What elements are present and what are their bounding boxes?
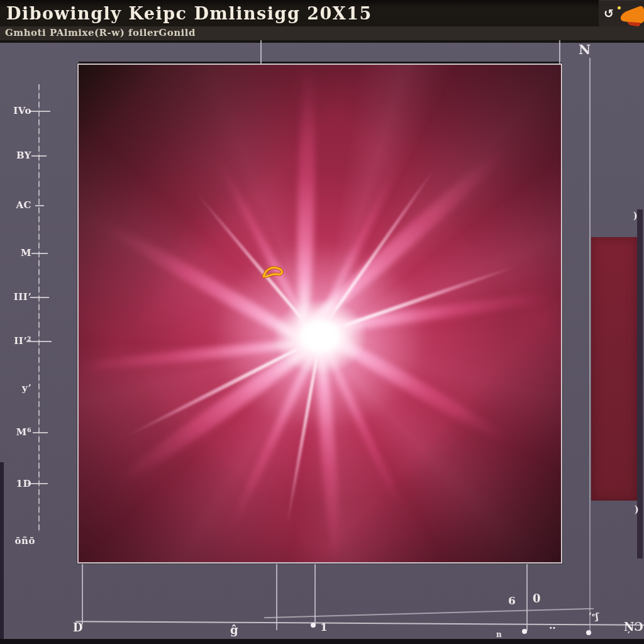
subtitle-bar: Gmhoti PAlmixe(R-w) foilerGonild — [0, 26, 644, 43]
y-tick-mark — [31, 155, 47, 157]
y-tick-label: M⁶ — [6, 426, 31, 438]
axis-dot — [586, 630, 591, 635]
x-tick-label: ‥ — [549, 619, 556, 631]
window-subtitle: Gmhoti PAlmixe(R-w) foilerGonild — [5, 27, 196, 38]
y-tick-label: BY — [6, 150, 31, 161]
app-window: Dibowingly Keipc Dmlinsigg 20X15 ↺ Gmhot… — [0, 0, 644, 644]
axis-dot — [522, 629, 527, 634]
n-axis-label: N — [579, 42, 591, 57]
x-tick-label: ŅƆ — [624, 620, 643, 633]
x-axis-secondary-line — [264, 608, 594, 619]
n-axis-line — [589, 58, 591, 634]
x-tick-label: ʻᵉʃ — [589, 611, 599, 621]
starburst-image-canvas[interactable] — [77, 64, 562, 564]
title-bar: Dibowingly Keipc Dmlinsigg 20X15 — [0, 0, 644, 26]
grid-line — [314, 564, 316, 625]
y-tick-mark — [35, 205, 44, 206]
x-tick-label: D — [73, 621, 83, 634]
refresh-icon[interactable]: ↺ — [604, 6, 614, 20]
y-tick-label: yʼ — [6, 382, 31, 394]
yellow-squiggle-annotation — [261, 263, 292, 287]
grid-line — [526, 564, 528, 631]
y-axis-line — [38, 84, 40, 532]
x-tick-label: 1 — [320, 621, 328, 633]
y-tick-label: 1D — [6, 478, 31, 489]
y-tick-label: IVo — [6, 105, 31, 116]
x-tick-label: n — [496, 630, 502, 639]
y-tick-label: IIIʼ — [6, 291, 31, 303]
y-tick-label: ōñō — [10, 535, 35, 547]
axis-dot — [311, 623, 316, 628]
x-tick-label: 6 — [508, 594, 516, 607]
y-tick-mark — [30, 111, 50, 112]
grid-line — [276, 564, 277, 630]
grid-line — [260, 40, 262, 64]
y-tick-mark — [31, 253, 48, 254]
x-tick-label: 0 — [533, 592, 541, 605]
side-mark: ) — [635, 504, 639, 514]
window-title: Dibowingly Keipc Dmlinsigg 20X15 — [6, 4, 372, 23]
bottom-edge-strip — [0, 639, 644, 644]
y-tick-label: M — [6, 247, 31, 258]
x-tick-label: ĝ — [230, 623, 238, 636]
y-tick-mark — [33, 432, 48, 433]
y-tick-mark — [30, 297, 49, 298]
x-axis-line — [75, 621, 644, 626]
grid-line — [82, 564, 83, 625]
vignette-overlay — [79, 65, 561, 562]
left-edge-strip — [0, 462, 4, 644]
red-side-panel[interactable] — [591, 237, 637, 501]
toolbar-panel: ↺ — [599, 0, 644, 30]
grid-line — [559, 40, 560, 64]
y-tick-label: AC — [6, 199, 31, 211]
y-tick-label: IIʼ² — [6, 335, 31, 347]
side-mark: ) — [633, 211, 638, 221]
